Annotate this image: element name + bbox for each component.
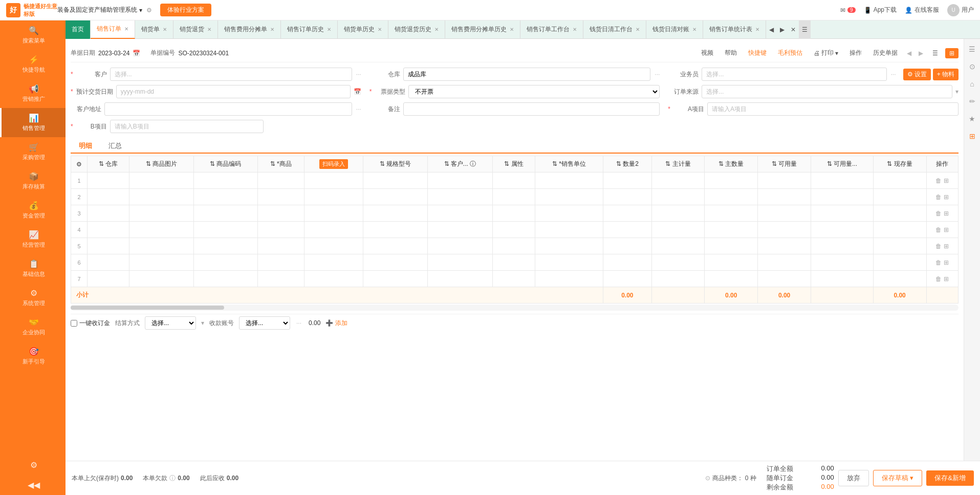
tab-daily-workbench[interactable]: 钱货日清工作台 ✕ xyxy=(583,20,646,39)
warehouse-more-btn[interactable]: ··· xyxy=(655,71,660,78)
right-panel-icon-3[interactable]: ⌂ xyxy=(966,78,978,90)
addr-more-btn[interactable]: ··· xyxy=(356,105,361,113)
copy-row-icon[interactable]: ⊞ xyxy=(944,243,949,250)
customer-more-btn[interactable]: ··· xyxy=(356,71,361,78)
sidebar-item-operations[interactable]: 📈 经营管理 xyxy=(0,225,66,254)
account-more-btn[interactable]: ··· xyxy=(296,319,301,327)
tab-detail[interactable]: 明细 xyxy=(71,139,100,154)
sidebar-item-sales[interactable]: 📊 销售管理 xyxy=(0,108,66,137)
profit-btn[interactable]: 毛利预估 xyxy=(774,47,807,59)
delete-row-icon[interactable]: 🗑 xyxy=(935,177,942,184)
tab-order-workbench[interactable]: 销售订单工作台 ✕ xyxy=(520,20,583,39)
delete-row-icon[interactable]: 🗑 xyxy=(935,210,942,217)
operation-btn[interactable]: 操作 xyxy=(845,47,866,59)
tab-close-sales-order[interactable]: ✕ xyxy=(124,26,128,32)
app-download-btn[interactable]: 📱 App下载 xyxy=(864,6,897,14)
delete-row-icon[interactable]: 🗑 xyxy=(935,259,942,266)
scroll-thumb[interactable] xyxy=(71,306,224,310)
copy-row-icon[interactable]: ⊞ xyxy=(944,177,949,184)
copy-row-icon[interactable]: ⊞ xyxy=(944,210,949,217)
sidebar-item-marketing[interactable]: 📢 营销推广 xyxy=(0,79,66,108)
order-source-dropdown[interactable]: ▾ xyxy=(955,88,959,95)
sidebar-item-collapse[interactable]: ◀◀ xyxy=(0,475,66,495)
sidebar-item-finance[interactable]: 💰 资金管理 xyxy=(0,196,66,225)
copy-row-icon[interactable]: ⊞ xyxy=(944,193,949,201)
right-panel-icon-5[interactable]: ★ xyxy=(966,113,978,125)
account-select[interactable]: 选择... xyxy=(239,316,290,330)
online-service-btn[interactable]: 👤 在线客服 xyxy=(905,6,939,14)
tab-close-return-history[interactable]: ✕ xyxy=(434,27,439,32)
copy-row-icon[interactable]: ⊞ xyxy=(944,275,949,283)
industry-btn[interactable]: 体验行业方案 xyxy=(160,4,211,16)
scan-btn[interactable]: 扫码录入 xyxy=(319,159,348,169)
delete-row-icon[interactable]: 🗑 xyxy=(935,243,942,250)
right-panel-icon-4[interactable]: ✏ xyxy=(966,95,978,107)
tab-close-invoice[interactable]: ✕ xyxy=(163,27,167,32)
tab-order-history[interactable]: 销售订单历史 ✕ xyxy=(281,20,338,39)
delivery-calendar-icon[interactable]: 📅 xyxy=(354,88,361,95)
tab-invoice-history[interactable]: 销货单历史 ✕ xyxy=(338,20,388,39)
a-project-input[interactable] xyxy=(707,102,959,116)
sidebar-item-settings[interactable]: ⚙ xyxy=(0,455,66,475)
warehouse-input[interactable] xyxy=(403,68,651,81)
tab-sales-order[interactable]: 销售订单 ✕ xyxy=(91,20,135,39)
payment-method-dropdown[interactable]: ▾ xyxy=(201,319,204,327)
delete-row-icon[interactable]: 🗑 xyxy=(935,193,942,201)
sidebar-item-search[interactable]: 🔍 搜索菜单 xyxy=(0,20,66,50)
sidebar-item-base-info[interactable]: 📋 基础信息 xyxy=(0,254,66,283)
one-click-deposit-checkbox[interactable] xyxy=(71,320,77,327)
business-more-btn[interactable]: ··· xyxy=(891,71,896,78)
sidebar-item-guide[interactable]: 🎯 新手引导 xyxy=(0,341,66,371)
payment-method-select[interactable]: 选择... xyxy=(145,316,196,330)
tab-summary[interactable]: 汇总 xyxy=(100,139,130,153)
sidebar-item-purchase[interactable]: 🛒 采购管理 xyxy=(0,137,66,166)
copy-row-icon[interactable]: ⊞ xyxy=(944,259,949,266)
tab-return-history[interactable]: 销货退货历史 ✕ xyxy=(388,20,445,39)
history-btn[interactable]: 历史单据 xyxy=(869,47,902,59)
sidebar-item-inventory[interactable]: 📦 库存核算 xyxy=(0,166,66,196)
copy-row-icon[interactable]: ⊞ xyxy=(944,226,949,233)
tab-close-expense-history[interactable]: ✕ xyxy=(510,27,514,32)
tab-close-order-workbench[interactable]: ✕ xyxy=(573,27,577,32)
add-payment-btn[interactable]: ➕ 添加 xyxy=(325,319,347,328)
tab-close-statistics[interactable]: ✕ xyxy=(755,27,759,32)
tab-home[interactable]: 首页 xyxy=(66,20,91,39)
right-panel-icon-2[interactable]: ⊙ xyxy=(966,60,978,73)
system-title-dropdown[interactable]: 装备及固定资产辅助管理系统 ▾ xyxy=(57,6,142,14)
tab-menu-btn[interactable]: ☰ xyxy=(799,20,811,39)
sidebar-item-quick-nav[interactable]: ⚡ 快捷导航 xyxy=(0,50,66,79)
th-settings[interactable]: ⚙ xyxy=(71,156,88,173)
tab-close-all-btn[interactable]: ✕ xyxy=(788,20,799,39)
print-btn[interactable]: 🖨 打印 ▾ xyxy=(810,47,842,59)
business-input[interactable] xyxy=(702,68,886,81)
delivery-input[interactable] xyxy=(116,85,351,98)
delete-row-icon[interactable]: 🗑 xyxy=(935,275,942,283)
tab-expense-history[interactable]: 销售费用分摊单历史 ✕ xyxy=(445,20,520,39)
tab-reconcile[interactable]: 钱货日清对账 ✕ xyxy=(646,20,703,39)
list-view-btn[interactable]: ☰ xyxy=(928,48,942,58)
tab-expense-split[interactable]: 销售费用分摊单 ✕ xyxy=(218,20,281,39)
video-btn[interactable]: 视频 xyxy=(697,47,717,59)
tab-close-invoice-history[interactable]: ✕ xyxy=(378,27,382,32)
one-click-deposit-label[interactable]: 一键收订金 xyxy=(71,319,110,328)
tab-close-daily-workbench[interactable]: ✕ xyxy=(636,27,640,32)
notifications-btn[interactable]: ✉ 9 xyxy=(840,7,856,14)
tab-close-order-history[interactable]: ✕ xyxy=(327,27,331,32)
user-btn[interactable]: U 用户 xyxy=(947,4,974,16)
customer-input[interactable] xyxy=(110,68,352,81)
save-new-btn[interactable]: 保存&新增 xyxy=(926,470,974,486)
tab-prev-btn[interactable]: ◀ xyxy=(766,20,777,39)
help-btn[interactable]: 帮助 xyxy=(721,47,741,59)
shortcut-btn[interactable]: 快捷键 xyxy=(744,47,771,59)
right-panel-icon-1[interactable]: ☰ xyxy=(966,43,978,55)
right-panel-icon-6[interactable]: ⊞ xyxy=(966,130,978,142)
gear-settings-icon[interactable]: ⚙ xyxy=(146,7,152,14)
sidebar-item-system[interactable]: ⚙ 系统管理 xyxy=(0,283,66,312)
tab-close-return[interactable]: ✕ xyxy=(207,27,211,32)
tab-invoice[interactable]: 销货单 ✕ xyxy=(135,20,173,39)
tab-return[interactable]: 销货退货 ✕ xyxy=(173,20,218,39)
th-scan[interactable]: 扫码录入 xyxy=(304,156,363,173)
remark-input[interactable] xyxy=(403,102,660,116)
discard-btn[interactable]: 放弃 xyxy=(838,470,869,486)
invoice-select[interactable]: 不开票 增值税普通发票 增值税专用发票 xyxy=(408,85,660,98)
